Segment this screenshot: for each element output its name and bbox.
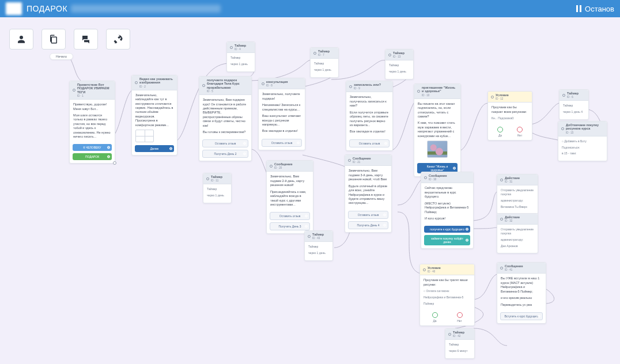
pause-icon [576, 5, 581, 12]
node-invite[interactable]: приглашение "Жизнь и здоровье"ID · 10 Вы… [414, 84, 461, 177]
node-timer-13[interactable]: ТаймерID · 11 Таймерчерез 1 день [203, 173, 232, 203]
btn-day2[interactable]: Получить День 2 [202, 150, 248, 158]
btn-gift[interactable]: ПОДАРОК [73, 153, 112, 160]
node-signed[interactable]: записались или?ID · 9 Замечательно, полу… [346, 81, 393, 151]
node-msg-16[interactable]: СообщениеID · 30 Сейчас предлагаю внушит… [421, 172, 474, 249]
btn-future-20[interactable]: Вступить к курс будущего [500, 312, 543, 320]
btn-to-human[interactable]: К ЧЕЛОВЕКУ [73, 144, 112, 151]
btn-review-15[interactable]: Оставить отзыв [348, 211, 388, 219]
stop-label: Останов [585, 5, 614, 13]
node-timer-11[interactable]: ТаймерID · 6 Таймерчерез 1 день 4 [559, 89, 589, 120]
btn-review-4[interactable]: Оставить отзыв [202, 139, 248, 147]
node-condition-10[interactable]: УсловиеID · 12 Проучаем как бы покроет в… [487, 91, 532, 141]
start-node[interactable]: Начало [50, 53, 73, 60]
node-action-17[interactable]: ДействиеID · 31 Отправить уведомление по… [497, 174, 538, 214]
grid-thumb-icon [135, 130, 154, 142]
node-msg-14[interactable]: СообщениеID · 20 Замечательно, Вам подае… [266, 160, 313, 234]
port-no[interactable]: Нет [517, 127, 523, 137]
port-yes[interactable]: Да [497, 127, 503, 137]
node-msg-20[interactable]: СообщениеID · 41 Вы УЖЕ вступили в наш 1… [497, 262, 546, 324]
btn-day3[interactable]: Получить День 3 [270, 222, 310, 230]
btn-review-14[interactable]: Оставить отзыв [270, 212, 310, 220]
stop-button[interactable]: Останов [576, 5, 614, 13]
node-timer-22[interactable]: ТаймерID · 43 Таймерчерез 1 день [304, 230, 333, 261]
node-timer-3[interactable]: ТаймерID · 4 Таймерчерез 1 день [226, 41, 255, 72]
node-gift-course[interactable]: получаете подарок благодаря Тела Курс пр… [199, 76, 252, 161]
port-yes-19[interactable]: Да [432, 312, 438, 323]
port-no-19[interactable]: Нет [457, 312, 463, 323]
btn-review-6[interactable]: Оставить отзыв [262, 139, 302, 147]
node-welcome[interactable]: Приветствие Бот ПОДАРОК УБИРАЕМ ТЕГИID ·… [69, 81, 115, 164]
top-bar: ПОДАРОК Останов [0, 0, 620, 17]
node-action-18[interactable]: ДействиеID · 32 Отправить уведомление по… [497, 213, 538, 253]
node-consult[interactable]: консультацияID · 8 Замечательно, получае… [258, 78, 305, 150]
node-condition-19[interactable]: УсловиеID · 40 Проучаем как бы тратят ва… [419, 264, 475, 326]
canvas[interactable]: Начало Приветствие Бот ПОДАРОК УБИРАЕМ Т… [0, 17, 620, 364]
avatar [6, 2, 22, 15]
node-buying[interactable]: ДоОтвечаем покупку рисунков курсаID · 15… [558, 121, 607, 161]
node-msg-15[interactable]: СообщениеID · 21 Замечательно, Вам подае… [345, 154, 392, 233]
node-timer-5[interactable]: ТаймерID · 7 Таймерчерез 1 день [310, 47, 339, 78]
image-thumb [427, 141, 448, 158]
btn-next[interactable]: Далее [135, 145, 174, 152]
node-timer-21[interactable]: ТаймерID · 42 Таймерчерез 6 минут [445, 328, 475, 359]
title-blurred [71, 5, 221, 13]
node-video[interactable]: Видео как ухаживать изображенияID · 2 За… [131, 75, 177, 156]
node-timer-7[interactable]: ТаймерID · 13 Таймерчерез 1 день [385, 49, 414, 79]
btn-day4[interactable]: Получить День 4 [348, 221, 388, 229]
btn-buy-day[interactable]: займите покупку пойдёт денек [424, 235, 470, 245]
page-title: ПОДАРОК [27, 4, 67, 13]
btn-review-8[interactable]: Оставить отзыв [349, 139, 390, 147]
btn-future[interactable]: получите к курс будущего [424, 226, 470, 233]
